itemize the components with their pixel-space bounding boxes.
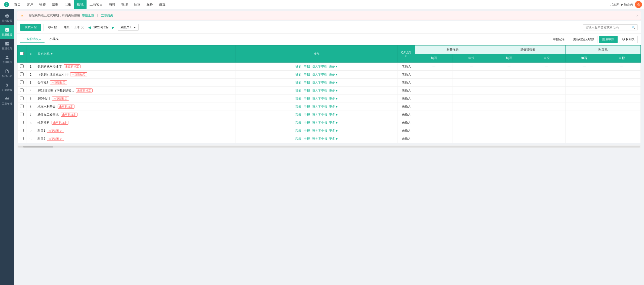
tab-general-taxpayer[interactable]: 一般的纳税人 bbox=[20, 36, 45, 43]
row-checkbox-8[interactable] bbox=[20, 129, 24, 132]
row-checkbox-0[interactable] bbox=[20, 64, 24, 68]
sidebar-item-tax-settings[interactable]: 报税设置 bbox=[0, 11, 14, 25]
op-zero-declare[interactable]: 设为零申报 bbox=[312, 65, 327, 68]
op-more[interactable]: 更多▼ bbox=[329, 113, 338, 117]
tab-small-scale[interactable]: 小规模 bbox=[47, 36, 62, 43]
op-more[interactable]: 更多▼ bbox=[329, 105, 338, 109]
scroll-thumb[interactable] bbox=[23, 146, 53, 148]
col-additional-fill: 填写 bbox=[566, 54, 603, 63]
nav-service[interactable]: 服务 bbox=[143, 0, 156, 9]
op-tax-table[interactable]: 税表 bbox=[295, 113, 301, 116]
op-zero-declare[interactable]: 设为零申报 bbox=[312, 89, 327, 92]
retrieve-receipt-button[interactable]: 收取回执 bbox=[619, 36, 638, 43]
nav-invoice[interactable]: 票据 bbox=[49, 0, 61, 9]
select-all-checkbox[interactable] bbox=[20, 52, 24, 55]
nav-bookkeeping[interactable]: 记账 bbox=[61, 0, 74, 9]
avatar[interactable]: 会 bbox=[635, 1, 642, 8]
sidebar-item-overview[interactable]: 报税总览 bbox=[0, 39, 14, 53]
location-info-icon[interactable]: i bbox=[81, 26, 84, 29]
nav-home[interactable]: 首页 bbox=[11, 0, 24, 9]
search-input[interactable] bbox=[585, 26, 631, 29]
op-more[interactable]: 更多▼ bbox=[329, 121, 338, 125]
op-more[interactable]: 更多▼ bbox=[329, 88, 338, 93]
row-checkbox-1[interactable] bbox=[20, 72, 24, 76]
notice-link-report[interactable]: 申报汇签 bbox=[82, 13, 94, 18]
op-more[interactable]: 更多▼ bbox=[329, 97, 338, 101]
nav-tax[interactable]: 报税 bbox=[74, 0, 87, 9]
chevron-down-icon: ▼ bbox=[335, 113, 338, 117]
row-checkbox-7[interactable] bbox=[20, 121, 24, 124]
chevron-down-icon: ▼ bbox=[335, 105, 338, 109]
row-checkbox-3[interactable] bbox=[20, 88, 24, 92]
tab-zero-declaration[interactable]: 零申报 bbox=[44, 24, 61, 31]
op-tax-table[interactable]: 税表 bbox=[295, 97, 301, 100]
department-select[interactable]: 全部员工 ▼ bbox=[118, 24, 139, 31]
nav-message[interactable]: 消息 bbox=[106, 0, 118, 9]
op-declare[interactable]: 申报 bbox=[304, 73, 310, 76]
nav-business[interactable]: 工商项目 bbox=[87, 0, 106, 9]
op-more[interactable]: 更多▼ bbox=[329, 72, 338, 77]
row-checkbox-9[interactable] bbox=[20, 137, 24, 140]
op-zero-declare[interactable]: 设为零申报 bbox=[312, 137, 327, 140]
sidebar-item-settlement[interactable]: 汇算清缴 bbox=[0, 80, 14, 94]
row-checkbox-2[interactable] bbox=[20, 80, 24, 84]
op-more[interactable]: 更多▼ bbox=[329, 80, 338, 85]
fullscreen-button[interactable]: ⛶ 全屏 bbox=[610, 2, 619, 7]
sort-icon[interactable]: ▼ bbox=[51, 53, 53, 55]
horizontal-scrollbar[interactable] bbox=[17, 145, 641, 148]
row-checkbox-6[interactable] bbox=[20, 113, 24, 116]
update-tax-button[interactable]: 更新税定及取数 bbox=[570, 36, 597, 43]
op-declare[interactable]: 申报 bbox=[304, 81, 310, 84]
sidebar-item-annual-report[interactable]: 工商年报 bbox=[0, 94, 14, 108]
nav-settings[interactable]: 设置 bbox=[156, 0, 169, 9]
op-zero-declare[interactable]: 设为零申报 bbox=[312, 129, 327, 132]
op-tax-table[interactable]: 税表 bbox=[295, 73, 301, 76]
op-declare[interactable]: 申报 bbox=[304, 121, 310, 124]
op-tax-table[interactable]: 税表 bbox=[295, 137, 301, 140]
op-declare[interactable]: 申报 bbox=[304, 97, 310, 100]
op-declare[interactable]: 申报 bbox=[304, 129, 310, 132]
scroll-track bbox=[18, 146, 640, 148]
notice-link-buy[interactable]: 立即购买 bbox=[101, 13, 113, 18]
op-more[interactable]: 更多▼ bbox=[329, 64, 338, 69]
sidebar-item-tax-record[interactable]: 报税记录 bbox=[0, 66, 14, 80]
row-checkbox-4[interactable] bbox=[20, 97, 24, 100]
op-zero-declare[interactable]: 设为零申报 bbox=[312, 97, 327, 100]
op-tax-table[interactable]: 税表 bbox=[295, 105, 301, 108]
op-declare[interactable]: 申报 bbox=[304, 65, 310, 68]
date-next-button[interactable]: ▶ bbox=[110, 25, 115, 30]
op-tax-table[interactable]: 税表 bbox=[295, 65, 301, 68]
search-icon[interactable]: 🔍 bbox=[632, 26, 635, 29]
op-tax-table[interactable]: 税表 bbox=[295, 129, 301, 132]
op-zero-declare[interactable]: 设为零申报 bbox=[312, 73, 327, 76]
row-checkbox-5[interactable] bbox=[20, 105, 24, 108]
batch-declare-button[interactable]: 批量申报 bbox=[599, 36, 618, 43]
date-prev-button[interactable]: ◀ bbox=[87, 25, 92, 30]
op-declare[interactable]: 申报 bbox=[304, 137, 310, 140]
op-tax-table[interactable]: 税表 bbox=[295, 121, 301, 124]
op-tax-table[interactable]: 税表 bbox=[295, 89, 301, 92]
op-zero-declare[interactable]: 设为零申报 bbox=[312, 105, 327, 108]
sidebar-item-batch-tax[interactable]: 批量报税 bbox=[0, 25, 14, 39]
col-tax-report-fill: 填写 bbox=[490, 54, 528, 63]
op-declare[interactable]: 申报 bbox=[304, 113, 310, 116]
nav-operation[interactable]: 经营 bbox=[131, 0, 143, 9]
table-row: 3 合作社1 未更新核定 税表 申报 设为零申报 更多▼ 未插入 — — — —… bbox=[18, 79, 641, 87]
tab-tax-declaration[interactable]: 税款申报 bbox=[20, 24, 41, 31]
nav-manage[interactable]: 管理 bbox=[118, 0, 131, 9]
op-more[interactable]: 更多▼ bbox=[329, 129, 338, 133]
op-zero-declare[interactable]: 设为零申报 bbox=[312, 121, 327, 124]
op-zero-declare[interactable]: 设为零申报 bbox=[312, 113, 327, 116]
chevron-down-icon: ▼ bbox=[335, 137, 338, 141]
op-more[interactable]: 更多▼ bbox=[329, 137, 338, 141]
nav-client[interactable]: 客户 bbox=[24, 0, 36, 9]
declaration-record-button[interactable]: 申报记录 bbox=[550, 36, 568, 43]
op-tax-table[interactable]: 税表 bbox=[295, 81, 301, 84]
op-zero-declare[interactable]: 设为零申报 bbox=[312, 81, 327, 84]
op-declare[interactable]: 申报 bbox=[304, 89, 310, 92]
notice-close-button[interactable]: × bbox=[636, 14, 638, 18]
sidebar-item-personal-tax[interactable]: 个税申报 bbox=[0, 53, 14, 66]
op-declare[interactable]: 申报 bbox=[304, 105, 310, 108]
nav-billing[interactable]: 收费 bbox=[36, 0, 49, 9]
member-button[interactable]: ▶ 畅会员 bbox=[621, 2, 633, 7]
